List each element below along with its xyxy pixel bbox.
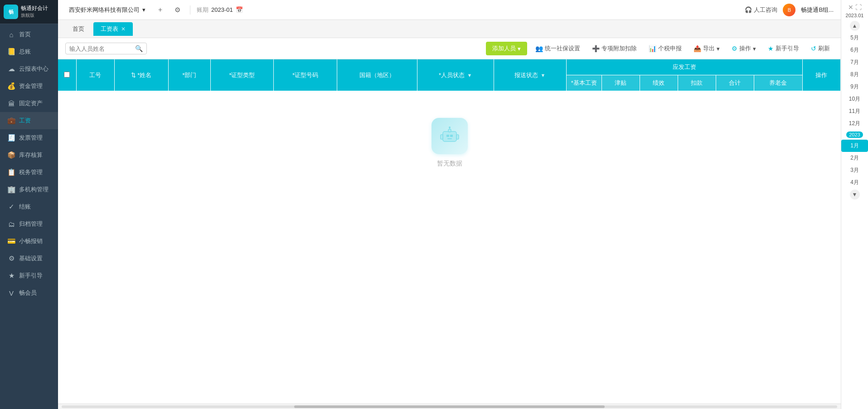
tab-home[interactable]: 首页	[65, 22, 92, 36]
sidebar-item-invoice[interactable]: 🧾 发票管理	[0, 129, 58, 146]
th-id-type: *证型类型	[210, 59, 274, 91]
current-year-badge: 2023	[846, 131, 863, 138]
social-security-btn[interactable]: 👥 统一社保设置	[532, 43, 584, 54]
sidebar-label-fixed-assets: 固定资产	[19, 99, 43, 107]
panel-up-nav[interactable]: ▲	[850, 21, 860, 31]
refresh-btn[interactable]: ↺ 刷新	[807, 43, 834, 54]
new-guide-icon: ★	[768, 45, 774, 52]
svg-rect-7	[441, 135, 443, 139]
topbar-divider	[190, 5, 190, 15]
svg-rect-0	[443, 131, 456, 141]
sidebar-item-fixed-assets[interactable]: 🏛 固定资产	[0, 95, 58, 112]
sidebar-label-tax: 税务管理	[19, 168, 43, 176]
month-5[interactable]: 5月	[841, 32, 868, 44]
sidebar-icon-funds: 💰	[7, 82, 15, 90]
sidebar-item-inventory[interactable]: 📦 库存核算	[0, 146, 58, 164]
export-btn[interactable]: 📤 导出 ▾	[690, 43, 723, 54]
user-name[interactable]: 畅捷通B组...	[801, 6, 834, 14]
month-6[interactable]: 6月	[841, 44, 868, 56]
operation-btn[interactable]: ⚙ 操作 ▾	[728, 43, 760, 54]
close-panel-btn[interactable]: ✕	[848, 4, 853, 11]
expand-panel-btn[interactable]: ⛶	[855, 4, 862, 11]
calendar-icon[interactable]: 📅	[236, 6, 243, 13]
sidebar-label-ledger: 总账	[19, 48, 31, 56]
logo-text-wrap: 畅通好会计 旗舰版	[21, 5, 48, 19]
sidebar-item-funds[interactable]: 💰 资金管理	[0, 78, 58, 95]
topbar-right: 🎧 人工咨询 B 畅捷通B组...	[745, 4, 834, 16]
sidebar-item-guide[interactable]: ★ 新手引导	[0, 267, 58, 284]
month-10[interactable]: 10月	[841, 93, 868, 105]
svg-rect-8	[456, 135, 459, 139]
sidebar-label-salary: 工资	[19, 117, 31, 125]
bottom-scrollbar[interactable]	[58, 404, 841, 409]
sidebar-item-salary[interactable]: 💼 工资	[0, 112, 58, 129]
month-11[interactable]: 11月	[841, 105, 868, 117]
sidebar-label-settings: 基础设置	[19, 254, 43, 263]
status-filter-icon[interactable]: ▼	[467, 73, 472, 78]
tab-close-icon[interactable]: ✕	[121, 26, 126, 32]
sidebar-icon-settings: ⚙	[7, 254, 15, 263]
th-operations: 操作	[802, 59, 840, 91]
panel-down-nav[interactable]: ▼	[850, 190, 860, 200]
th-employee-no: 工号	[76, 59, 114, 91]
th-performance: 绩效	[640, 75, 678, 91]
social-security-icon: 👥	[535, 45, 543, 52]
main-area: 西安虾米网络科技有限公司 ▾ ＋ ⚙ 账期 2023-01 📅 🎧 人工咨询 B…	[58, 0, 841, 409]
company-selector[interactable]: 西安虾米网络科技有限公司 ▾	[65, 4, 149, 16]
search-icon[interactable]: 🔍	[135, 45, 143, 52]
operation-arrow: ▾	[753, 45, 756, 52]
add-company-btn[interactable]: ＋	[154, 4, 166, 16]
salary-table: 工号 ⇅ *姓名 *部门 *证型类型 *证型号码 国籍（地区） *人员状态 ▼ …	[58, 59, 841, 91]
month-2[interactable]: 2月	[841, 152, 868, 164]
report-filter-icon[interactable]: ▼	[541, 73, 546, 78]
th-nationality: 国籍（地区）	[337, 59, 417, 91]
sidebar-item-cloud-report[interactable]: ☁ 云报表中心	[0, 60, 58, 78]
refresh-label: 刷新	[818, 44, 830, 53]
logo-sub: 旗舰版	[21, 12, 48, 19]
new-guide-btn[interactable]: ★ 新手引导	[764, 43, 803, 54]
sidebar-item-expense[interactable]: 💳 小畅报销	[0, 233, 58, 250]
search-input[interactable]	[69, 45, 132, 52]
sidebar-icon-archive: 🗂	[7, 220, 15, 228]
sidebar-item-home[interactable]: ⌂ 首页	[0, 26, 58, 43]
sidebar-item-ledger[interactable]: 📒 总账	[0, 43, 58, 60]
sidebar-item-tax[interactable]: 📋 税务管理	[0, 164, 58, 181]
deduction-btn[interactable]: ➕ 专项附加扣除	[588, 43, 640, 54]
add-person-button[interactable]: 添加人员 ▾	[486, 42, 527, 55]
month-4[interactable]: 4月	[841, 176, 868, 189]
sidebar-item-multi-org[interactable]: 🏢 多机构管理	[0, 181, 58, 198]
sidebar-item-member[interactable]: V 畅会员	[0, 284, 58, 302]
sidebar-label-cloud-report: 云报表中心	[19, 65, 48, 73]
sidebar-icon-ledger: 📒	[7, 48, 15, 56]
topbar-period: 账期 2023-01 📅	[197, 6, 243, 14]
svg-rect-3	[447, 138, 452, 139]
export-label: 导出	[703, 44, 715, 53]
sidebar-icon-multi-org: 🏢	[7, 185, 15, 194]
add-person-label: 添加人员	[492, 44, 516, 53]
month-9[interactable]: 9月	[841, 81, 868, 93]
sidebar-item-archive[interactable]: 🗂 归档管理	[0, 215, 58, 233]
sidebar-item-close[interactable]: ✓ 结账	[0, 198, 58, 215]
search-wrap: 🔍	[65, 43, 147, 54]
month-7[interactable]: 7月	[841, 56, 868, 68]
month-12[interactable]: 12月	[841, 117, 868, 130]
th-pay-group: 应发工资	[566, 59, 802, 75]
logo-icon: 畅	[4, 5, 18, 19]
sidebar-icon-salary: 💼	[7, 117, 15, 125]
tab-salary-table[interactable]: 工资表 ✕	[93, 22, 133, 36]
service-btn[interactable]: 🎧 人工咨询	[745, 6, 777, 14]
tax-report-btn[interactable]: 📊 个税申报	[645, 43, 685, 54]
month-1[interactable]: 1月	[841, 140, 868, 152]
sidebar-icon-tax: 📋	[7, 168, 15, 176]
sidebar-label-inventory: 库存核算	[19, 151, 43, 159]
empty-icon	[432, 118, 468, 154]
sidebar-icon-close: ✓	[7, 203, 15, 211]
month-3[interactable]: 3月	[841, 164, 868, 176]
select-all-checkbox[interactable]	[64, 72, 70, 78]
right-panel: ✕ ⛶ 2023.01 ▲ 5月 6月 7月 8月 9月 10月 11月 12月…	[841, 0, 868, 409]
month-8[interactable]: 8月	[841, 68, 868, 81]
add-person-arrow: ▾	[518, 45, 521, 52]
scrollbar-thumb	[294, 405, 604, 408]
settings-btn[interactable]: ⚙	[171, 4, 184, 16]
sidebar-item-settings[interactable]: ⚙ 基础设置	[0, 250, 58, 267]
